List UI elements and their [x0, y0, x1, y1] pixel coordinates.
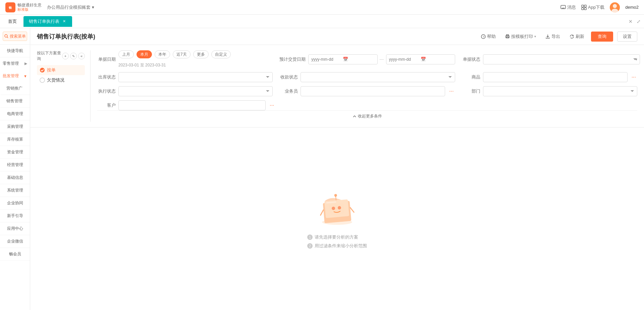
logo-area: 畅 畅捷通好生意 标准版 [5, 2, 42, 12]
doc-status-select[interactable] [483, 54, 640, 64]
add-scheme-button[interactable]: + [62, 53, 69, 59]
close-window-button[interactable]: ✕ [628, 19, 633, 24]
salesperson-ellipsis-button[interactable]: ··· [448, 88, 455, 94]
svg-point-8 [613, 4, 617, 8]
page-title: 销售订单执行表(按单) [37, 33, 95, 41]
svg-rect-16 [506, 37, 508, 38]
date-tag-custom[interactable]: 自定义 [211, 50, 231, 58]
date-tag-row: 上月 本月 本年 近7天 更多 自定义 [118, 50, 273, 58]
sidebar-item-sales[interactable]: 销售管理 [0, 95, 30, 108]
salesperson-input[interactable] [301, 86, 445, 96]
chevron-right-icon: ▶ [24, 61, 27, 66]
print-button[interactable]: 按模板打印 ▾ [502, 32, 539, 41]
filter-row-3: 执行状态 业务员 ··· 部门 [97, 86, 637, 96]
window-controls: ✕ ⤢ [628, 19, 641, 24]
export-button[interactable]: 导出 [543, 32, 563, 41]
date-tag-this-year[interactable]: 本年 [155, 50, 170, 58]
doc-status-label: 单据状态 [462, 56, 480, 62]
top-header: 畅 畅捷通好生意 标准版 办公用品行业模拟账套 ▾ 消息 App下载 demo2 [0, 0, 644, 15]
expand-window-button[interactable]: ⤢ [636, 19, 641, 24]
expected-delivery-label: 预计交货日期 [279, 56, 306, 62]
refresh-button[interactable]: 刷新 [567, 32, 587, 41]
refresh-icon [570, 34, 574, 39]
scheme-item-order[interactable]: 按单 [37, 65, 85, 75]
product-label: 商品 [462, 74, 480, 80]
scheme-item-debt[interactable]: 欠货情况 [37, 75, 85, 85]
query-button[interactable]: 查询 [591, 32, 613, 42]
filter-row-2: 出库状态 收款状态 商品 [97, 72, 637, 82]
date-range-hint: 2023-03-01 至 2023-03-31 [118, 62, 273, 68]
sidebar-item-wechat[interactable]: 企业微信 [0, 235, 30, 248]
svg-line-11 [7, 37, 8, 38]
sidebar-item-wholesale[interactable]: 批发管理 ▼ [0, 70, 30, 82]
print-dropdown-icon[interactable]: ▾ [534, 35, 536, 38]
help-icon: ? [481, 34, 486, 39]
sidebar: 搜索菜单 快捷导航 零售管理 ▶ 批发管理 ▼ 营销推广 销售管理 电商管理 采… [0, 28, 30, 310]
exec-status-select[interactable] [118, 86, 273, 96]
date-tag-more[interactable]: 更多 [193, 50, 209, 58]
sidebar-item-system[interactable]: 系统管理 [0, 184, 30, 197]
filter-panel: 按以下方案查询 + ✎ « 按单 [30, 45, 644, 127]
svg-text:畅: 畅 [9, 6, 12, 9]
search-icon [4, 34, 8, 38]
tab-close-icon[interactable]: ✕ [61, 19, 67, 24]
svg-line-29 [350, 207, 354, 213]
page-actions: ? 帮助 按模板打印 ▾ 导出 刷新 查询 设置 [478, 32, 637, 42]
main-layout: 搜索菜单 快捷导航 零售管理 ▶ 批发管理 ▼ 营销推广 销售管理 电商管理 采… [0, 28, 644, 310]
date-end-input[interactable] [389, 57, 419, 62]
collect-status-select[interactable] [301, 72, 455, 82]
sidebar-item-app-center[interactable]: 应用中心 [0, 222, 30, 235]
out-status-select[interactable] [118, 72, 273, 82]
tab-sales-exec[interactable]: 销售订单执行表 ✕ [23, 16, 72, 27]
date-tag-7days[interactable]: 近7天 [173, 50, 191, 58]
collapse-conditions-button[interactable]: 收起更多条件 [97, 110, 637, 122]
sidebar-item-retail[interactable]: 零售管理 ▶ [0, 57, 30, 70]
app-download-button[interactable]: App下载 [581, 4, 604, 10]
sidebar-item-finance[interactable]: 资金管理 [0, 146, 30, 159]
scheme-active-icon [40, 67, 45, 73]
edit-scheme-button[interactable]: ✎ [70, 53, 77, 59]
tab-home[interactable]: 首页 [3, 16, 22, 27]
app-download-icon [581, 5, 587, 10]
customer-input[interactable] [118, 100, 266, 110]
sidebar-item-operation[interactable]: 经营管理 [0, 159, 30, 171]
customer-ellipsis-button[interactable]: ··· [268, 102, 275, 108]
scheme-inactive-icon [40, 78, 45, 83]
filter-doc-status-item: 单据状态 ▾ [462, 54, 637, 64]
help-button[interactable]: ? 帮助 [478, 32, 498, 41]
settings-button[interactable]: 设置 [617, 32, 637, 42]
filter-row-1: 单据日期 上月 本月 本年 近7天 更多 自定义 20 [97, 50, 637, 68]
message-icon [560, 5, 566, 10]
sidebar-item-marketing[interactable]: 营销推广 [0, 82, 30, 95]
calendar-end-icon: 📅 [421, 57, 426, 62]
sidebar-item-quick-nav[interactable]: 快捷导航 [0, 45, 30, 57]
product-ellipsis-button[interactable]: ··· [630, 74, 637, 80]
dept-select[interactable] [483, 86, 637, 96]
svg-point-10 [5, 35, 7, 37]
salesperson-label: 业务员 [279, 88, 298, 94]
calendar-start-icon: 📅 [343, 57, 348, 62]
date-tag-last-month[interactable]: 上月 [118, 50, 134, 58]
breadcrumb[interactable]: 办公用品行业模拟账套 ▾ [44, 3, 97, 12]
svg-rect-23 [329, 203, 345, 215]
date-tag-this-month[interactable]: 本月 [137, 50, 152, 58]
sidebar-item-enterprise[interactable]: 企业协同 [0, 197, 30, 210]
sidebar-item-inventory[interactable]: 库存核算 [0, 133, 30, 146]
sidebar-item-purchase[interactable]: 采购管理 [0, 120, 30, 133]
search-menu-button[interactable]: 搜索菜单 [3, 32, 27, 41]
svg-rect-4 [584, 5, 586, 7]
avatar[interactable] [610, 2, 620, 12]
sidebar-item-basic[interactable]: 基础信息 [0, 171, 30, 184]
message-button[interactable]: 消息 [560, 4, 576, 10]
date-end-wrap: 📅 [386, 54, 455, 64]
collapse-scheme-button[interactable]: « [78, 53, 85, 59]
empty-hint-item-2: 2 用过滤条件来缩小分析范围 [307, 243, 367, 249]
logo-text: 畅捷通好生意 标准版 [17, 3, 42, 12]
product-input[interactable] [483, 72, 628, 82]
sidebar-item-ecommerce[interactable]: 电商管理 [0, 108, 30, 120]
sidebar-item-newbie[interactable]: 新手引导 [0, 210, 30, 222]
date-start-input[interactable] [311, 57, 341, 62]
sidebar-item-member[interactable]: 畅会员 [0, 248, 30, 261]
logo-icon: 畅 [5, 2, 15, 12]
filter-dept-item: 部门 [462, 86, 637, 96]
